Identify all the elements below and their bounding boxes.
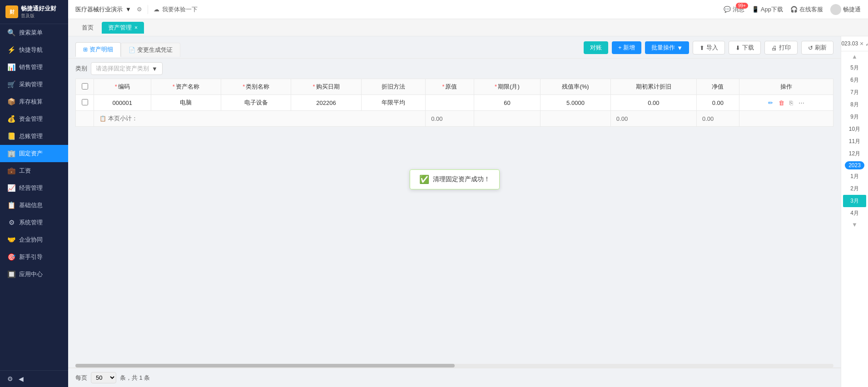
edit-icon[interactable]: ✏: [768, 99, 773, 106]
settings-icon[interactable]: ⚙: [7, 375, 13, 382]
tab-asset-label: 资产管理: [108, 24, 132, 32]
experience-btn[interactable]: ☁ 我要体验一下: [154, 5, 198, 14]
col-initial-dep: 期初累计折旧: [610, 79, 696, 95]
sidebar-item-funds[interactable]: 💰 资金管理: [0, 110, 68, 128]
company-selector[interactable]: 医疗器械行业演示 ▼: [75, 5, 131, 14]
col-purchase-date: *购买日期: [291, 79, 361, 95]
month-9[interactable]: 9月: [841, 111, 868, 123]
sidebar-item-search[interactable]: 🔍 搜索菜单: [0, 24, 68, 41]
cell-name: 电脑: [151, 95, 221, 111]
topbar-divider: [148, 5, 148, 14]
month-12[interactable]: 12月: [841, 148, 868, 160]
cell-depreciation: 年限平均: [361, 95, 425, 111]
sidebar-item-fixed-assets[interactable]: 🏢 固定资产: [0, 145, 68, 162]
subtab-icon-voucher: 📄: [129, 47, 135, 53]
message-btn[interactable]: 💬 消息 99+: [724, 5, 744, 14]
right-panel-close-icon[interactable]: ×: [860, 40, 863, 47]
sidebar-item-ledger[interactable]: 📒 总账管理: [0, 128, 68, 145]
batch-dropdown-icon: ▼: [677, 45, 683, 51]
tab-asset-management[interactable]: 资产管理 ×: [102, 22, 144, 34]
subtabbar: ⊞ 资产明细 📄 变更生成凭证 对账 + 新增 批量操作 ▼: [68, 36, 841, 59]
sidebar-item-purchase[interactable]: 🛒 采购管理: [0, 76, 68, 93]
sidebar-item-sales[interactable]: 📊 销售管理: [0, 59, 68, 76]
sidebar-item-operations[interactable]: 📈 经营管理: [0, 179, 68, 197]
sidebar-item-cooperation[interactable]: 🤝 企业协同: [0, 231, 68, 248]
col-actions: 操作: [739, 79, 833, 95]
month-5[interactable]: 5月: [841, 62, 868, 74]
subtab-voucher[interactable]: 📄 变更生成凭证: [121, 43, 180, 57]
month-10[interactable]: 10月: [841, 123, 868, 135]
scrollbar-area: [68, 362, 841, 368]
delete-icon[interactable]: 🗑: [779, 99, 784, 106]
sidebar: 财 畅捷通好业财 普及版 🔍 搜索菜单 ⚡ 快捷导航 📊 销售管理 🛒 采购管理…: [0, 0, 68, 387]
basic-info-icon: 📋: [7, 201, 15, 209]
reconcile-btn[interactable]: 对账: [584, 41, 608, 54]
new-btn[interactable]: + 新增: [612, 41, 641, 54]
app-download-btn[interactable]: 📱 App下载: [752, 5, 783, 14]
subtotal-check: [76, 111, 94, 127]
sidebar-item-quick-nav[interactable]: ⚡ 快捷导航: [0, 41, 68, 59]
scrollbar-thumb[interactable]: [75, 364, 455, 367]
month-8[interactable]: 8月: [841, 99, 868, 111]
sidebar-item-payroll[interactable]: 💼 工资: [0, 162, 68, 179]
cell-initial-dep: 0.00: [610, 95, 696, 111]
sidebar-label-app-center: 应用中心: [19, 270, 43, 278]
month-2[interactable]: 2月: [841, 183, 868, 195]
print-btn[interactable]: 🖨 打印: [764, 41, 798, 55]
sidebar-item-guide[interactable]: 🎯 新手引导: [0, 248, 68, 266]
right-panel-up-btn[interactable]: ▲: [841, 51, 868, 62]
tab-close-icon[interactable]: ×: [134, 25, 138, 31]
asset-table: *编码 *资产名称 *类别名称 *购买日期 折旧方法 *原值 *期限(月) 残值…: [75, 79, 833, 127]
right-panel-down-btn[interactable]: ▼: [841, 219, 868, 230]
month-11[interactable]: 11月: [841, 135, 868, 148]
subtab-icon-detail: ⊞: [83, 46, 88, 53]
sidebar-logo: 财 畅捷通好业财 普及版: [0, 0, 68, 24]
year-2023[interactable]: 2023: [845, 161, 864, 169]
cell-net-value: 0.00: [696, 95, 739, 111]
month-6[interactable]: 6月: [841, 74, 868, 86]
download-btn[interactable]: ⬇ 下载: [729, 41, 761, 55]
tab-home[interactable]: 首页: [75, 22, 100, 34]
filterbar: 类别 请选择固定资产类别 ▼: [68, 59, 841, 79]
sidebar-item-app-center[interactable]: 🔲 应用中心: [0, 266, 68, 283]
logo-icon: 财: [5, 5, 18, 18]
settings-gear-icon[interactable]: ⚙: [137, 6, 142, 13]
subtab-asset-detail[interactable]: ⊞ 资产明细: [75, 42, 121, 57]
category-select[interactable]: 请选择固定资产类别 ▼: [91, 62, 163, 75]
right-panel-expand-icon[interactable]: ⤢: [865, 40, 868, 47]
select-all-checkbox[interactable]: [82, 83, 88, 89]
col-net-value: 净值: [696, 79, 739, 95]
subtab-label-voucher: 变更生成凭证: [137, 46, 173, 54]
col-original-value: *原值: [426, 79, 474, 95]
subtotal-original: 0.00: [426, 111, 474, 127]
content-inner: ⊞ 资产明细 📄 变更生成凭证 对账 + 新增 批量操作 ▼: [68, 36, 841, 387]
month-4[interactable]: 4月: [841, 207, 868, 219]
month-3-current[interactable]: 3月: [843, 195, 866, 207]
row-checkbox[interactable]: [82, 99, 88, 105]
col-period: *期限(月): [474, 79, 540, 95]
sidebar-item-inventory[interactable]: 📦 库存核算: [0, 93, 68, 110]
table-row: 000001 电脑 电子设备 202206 年限平均 60 5.0000 0.0…: [76, 95, 833, 111]
sidebar-label-sales: 销售管理: [19, 63, 43, 71]
cell-purchase-date: 202206: [291, 95, 361, 111]
sidebar-item-basic-info[interactable]: 📋 基础信息: [0, 197, 68, 214]
funds-icon: 💰: [7, 115, 15, 123]
horizontal-scrollbar[interactable]: [75, 364, 833, 367]
per-page-select[interactable]: 50 100: [91, 372, 116, 383]
batch-btn[interactable]: 批量操作 ▼: [645, 41, 689, 54]
more-icon[interactable]: ⋯: [799, 99, 804, 106]
logo-text: 畅捷通好业财: [21, 5, 56, 13]
month-7[interactable]: 7月: [841, 86, 868, 99]
month-1[interactable]: 1月: [841, 170, 868, 183]
service-btn[interactable]: 🎧 在线客服: [790, 5, 823, 14]
sidebar-item-system[interactable]: ⚙ 系统管理: [0, 214, 68, 231]
col-residual-rate: 残值率(%): [541, 79, 611, 95]
copy-icon[interactable]: ⎘: [789, 99, 793, 106]
user-menu[interactable]: 畅捷通: [830, 4, 861, 15]
import-btn[interactable]: ⬆ 导入: [693, 41, 725, 55]
service-label: 在线客服: [799, 5, 823, 14]
refresh-icon: ↺: [808, 45, 813, 51]
refresh-btn[interactable]: ↺ 刷新: [801, 41, 833, 55]
right-panel-header: 2023.03 × ⤢: [841, 36, 868, 51]
collapse-icon[interactable]: ◀: [19, 375, 24, 382]
